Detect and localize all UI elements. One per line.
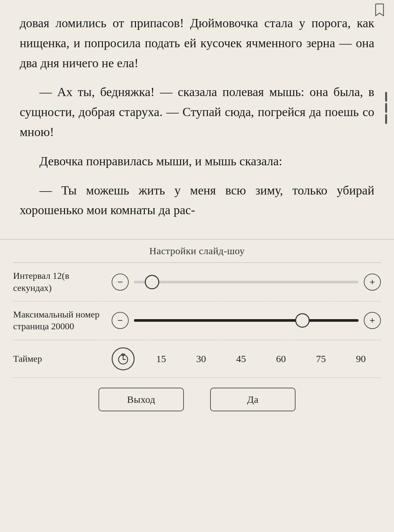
timer-num-15[interactable]: 15 [154,352,169,366]
exit-button[interactable]: Выход [98,388,184,411]
max-page-label: Максимальный номер страница 20000 [13,309,105,333]
interval-label: Интервал 12(в секундах) [13,270,105,294]
max-page-row: Максимальный номер страница 20000 − + [13,301,381,340]
reading-area: довая ломились от припасов! Дюймовочка с… [0,0,394,239]
scroll-indicator[interactable] [383,92,389,131]
settings-panel: Настройки слайд-шоу Интервал 12(в секунд… [0,239,394,424]
scroll-bar-2 [385,103,387,113]
max-page-slider-group: − + [112,312,381,329]
max-page-slider-thumb[interactable] [295,313,310,328]
timer-numbers-group: 15 30 45 60 75 90 [141,352,381,366]
book-text: довая ломились от припасов! Дюймовочка с… [20,13,374,220]
interval-slider-track[interactable] [134,281,359,283]
timer-icon-button[interactable] [112,347,135,370]
timer-num-60[interactable]: 60 [274,352,289,366]
timer-num-90[interactable]: 90 [353,352,368,366]
buttons-row: Выход Да [13,378,381,418]
interval-plus-button[interactable]: + [364,274,381,291]
timer-row: Таймер 15 30 45 60 75 [13,340,381,378]
ok-button[interactable]: Да [210,388,296,411]
interval-slider-group: − + [112,274,381,291]
max-page-plus-button[interactable]: + [364,312,381,329]
timer-num-75[interactable]: 75 [313,352,328,366]
page-container: довая ломились от припасов! Дюймовочка с… [0,0,394,532]
settings-title: Настройки слайд-шоу [13,239,381,262]
timer-num-30[interactable]: 30 [193,352,208,366]
max-page-minus-button[interactable]: − [112,312,129,329]
scroll-bar-1 [385,92,387,102]
interval-slider-thumb[interactable] [145,275,159,289]
bookmark-icon[interactable] [375,3,384,16]
interval-row: Интервал 12(в секундах) − + [13,263,381,301]
paragraph-3: Девочка понравилась мыши, и мышь сказала… [20,151,374,171]
paragraph-1: довая ломились от припасов! Дюймовочка с… [20,13,374,73]
max-page-slider-track[interactable] [134,319,359,322]
timer-label: Таймер [13,354,105,364]
scroll-bar-3 [385,114,387,124]
timer-num-45[interactable]: 45 [233,352,249,366]
paragraph-2: — Ах ты, бедняжка! — сказала полевая мыш… [20,82,374,142]
interval-minus-button[interactable]: − [112,274,129,291]
paragraph-4: — Ты можешь жить у меня всю зиму, только… [20,180,374,220]
